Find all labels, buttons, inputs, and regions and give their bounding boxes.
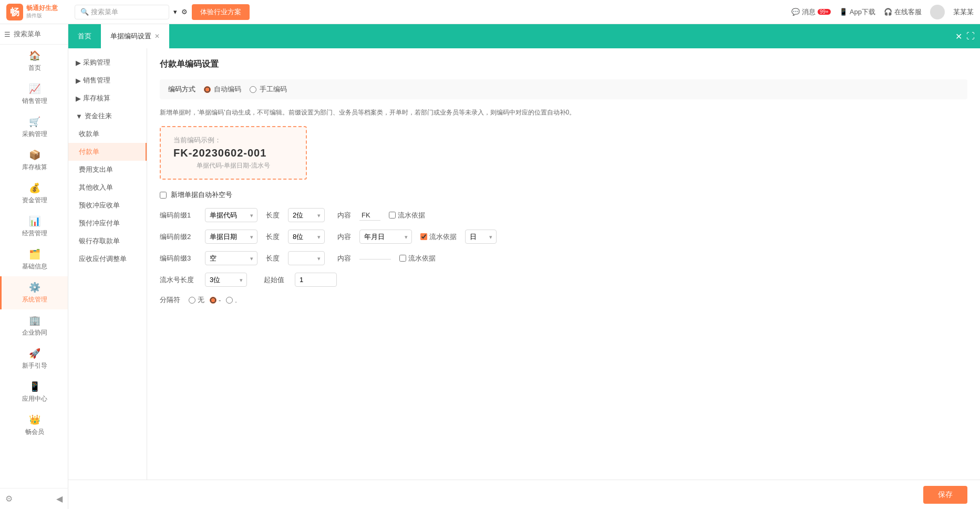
prefix2-content-wrap: 年 年月 年月日 bbox=[359, 230, 412, 244]
subnav-sales-title[interactable]: ▶ 销售管理 bbox=[68, 71, 147, 89]
app-download-btn[interactable]: 📱 App下载 bbox=[839, 7, 875, 17]
service-btn[interactable]: 🎧 在线客服 bbox=[884, 7, 922, 17]
subnav-capital-title[interactable]: ▼ 资金往来 bbox=[68, 107, 147, 125]
avatar[interactable] bbox=[930, 5, 945, 19]
prefix2-len-label: 长度 bbox=[266, 232, 280, 242]
subnav-item-payment[interactable]: 付款单 bbox=[68, 143, 147, 161]
subnav-item-pre-pay[interactable]: 预付冲应付单 bbox=[68, 214, 147, 232]
sidebar-item-member[interactable]: 👑 畅会员 bbox=[0, 409, 68, 442]
manual-radio-label[interactable]: 手工编码 bbox=[260, 85, 287, 94]
sep-none-input[interactable] bbox=[189, 297, 195, 304]
start-value-input[interactable] bbox=[295, 273, 337, 287]
sidebar-apps-label: 应用中心 bbox=[22, 394, 47, 403]
chevron-down-icon[interactable]: ▾ bbox=[173, 8, 177, 16]
sidebar-item-guide[interactable]: 🚀 新手引导 bbox=[0, 342, 68, 376]
prefix2-select[interactable]: 单据代码 单据日期 部门 空 bbox=[205, 230, 257, 244]
prefix1-select[interactable]: 单据代码 部门 业务员 空 bbox=[205, 208, 257, 222]
sidebar-item-operations[interactable]: 📊 经营管理 bbox=[0, 210, 68, 243]
user-name[interactable]: 某某某 bbox=[953, 7, 974, 17]
subnav-item-receipt[interactable]: 收款单 bbox=[68, 125, 147, 143]
auto-radio-label[interactable]: 自动编码 bbox=[214, 85, 241, 94]
sidebar-item-inventory[interactable]: 📦 库存核算 bbox=[0, 144, 68, 177]
subnav-group-purchase: ▶ 采购管理 bbox=[68, 54, 147, 71]
sidebar-item-sales[interactable]: 📈 销售管理 bbox=[0, 78, 68, 111]
subnav-inventory-label: 库存核算 bbox=[83, 94, 110, 103]
sep-none-label: 无 bbox=[198, 295, 204, 305]
prefix3-len-select[interactable] bbox=[288, 251, 325, 265]
message-btn[interactable]: 💬 消息 99+ bbox=[791, 7, 831, 17]
sidebar-item-system[interactable]: ⚙️ 系统管理 bbox=[0, 276, 68, 309]
subnav-item-adjust[interactable]: 应收应付调整单 bbox=[68, 250, 147, 268]
tab-home[interactable]: 首页 bbox=[68, 24, 101, 48]
message-icon: 💬 bbox=[791, 8, 800, 16]
sidebar-collapse-icon[interactable]: ◀ bbox=[56, 494, 63, 504]
prefix2-period-select[interactable]: 日 月 年 bbox=[465, 230, 497, 244]
prefix1-label: 编码前缀1 bbox=[160, 211, 197, 220]
sidebar-search[interactable]: ☰ 搜索菜单 bbox=[0, 24, 68, 45]
tab-close-icon[interactable]: ✕ bbox=[154, 33, 160, 40]
expand-icon[interactable]: ⛶ bbox=[966, 32, 975, 41]
topbar: 畅 畅通好生意 插件版 🔍 搜索菜单 ▾ ⚙ 体验行业方案 💬 消息 99+ 📱… bbox=[0, 0, 980, 24]
search-placeholder: 搜索菜单 bbox=[91, 7, 118, 17]
auto-fill-checkbox[interactable] bbox=[160, 192, 167, 199]
settings-icon[interactable]: ⚙ bbox=[181, 8, 188, 16]
tab-encoding[interactable]: 单据编码设置 ✕ bbox=[101, 24, 169, 48]
notice-text: 新增单据时，'单据编码'自动生成，不可编辑。前缀设置为部门、业务员等档案类，开单… bbox=[160, 108, 967, 118]
separator-radio-group: 无 - . bbox=[189, 295, 237, 305]
prefix2-content-select[interactable]: 年 年月 年月日 bbox=[359, 230, 412, 244]
subnav-purchase-title[interactable]: ▶ 采购管理 bbox=[68, 54, 147, 71]
prefix1-content-label: 内容 bbox=[337, 211, 351, 220]
sidebar-item-home[interactable]: 🏠 首页 bbox=[0, 45, 68, 78]
search-box[interactable]: 🔍 搜索菜单 bbox=[75, 5, 169, 19]
collapse-icon[interactable]: ✕ bbox=[955, 32, 962, 41]
sidebar-item-apps[interactable]: 📱 应用中心 bbox=[0, 376, 68, 409]
app-label: App下载 bbox=[850, 7, 875, 17]
start-label: 起始值 bbox=[264, 275, 284, 285]
sep-dash-radio: - bbox=[210, 296, 221, 304]
industry-btn[interactable]: 体验行业方案 bbox=[192, 4, 250, 20]
sidebar-settings-icon[interactable]: ⚙ bbox=[5, 494, 13, 504]
member-icon: 👑 bbox=[29, 414, 40, 425]
prefix3-content-label: 内容 bbox=[337, 254, 351, 263]
prefix3-content-value bbox=[359, 257, 391, 259]
home-icon: 🏠 bbox=[29, 50, 40, 61]
topbar-right: 💬 消息 99+ 📱 App下载 🎧 在线客服 某某某 bbox=[791, 5, 974, 19]
prefix3-select[interactable]: 空 单据代码 部门 业务员 bbox=[205, 251, 257, 265]
prefix1-content-value: FK bbox=[359, 210, 380, 221]
sidebar-item-finance[interactable]: 💰 资金管理 bbox=[0, 177, 68, 210]
encoding-method-label: 编码方式 bbox=[168, 85, 195, 94]
subnav-item-bank[interactable]: 银行存取款单 bbox=[68, 232, 147, 250]
subnav-item-pre-receive[interactable]: 预收冲应收单 bbox=[68, 196, 147, 214]
arrow-right-icon: ▶ bbox=[76, 59, 81, 67]
prefix2-serial-checkbox[interactable] bbox=[420, 233, 427, 240]
sidebar-item-basic[interactable]: 🗂️ 基础信息 bbox=[0, 243, 68, 276]
sep-dash-input[interactable] bbox=[210, 297, 216, 304]
sidebar-nav: 🏠 首页 📈 销售管理 🛒 采购管理 📦 库存核算 💰 资金管理 📊 经营管理 … bbox=[0, 45, 68, 488]
subnav-item-expense[interactable]: 费用支出单 bbox=[68, 161, 147, 179]
serial-len-select[interactable]: 1位 2位 3位 4位 5位 bbox=[205, 273, 247, 287]
subnav: ▶ 采购管理 ▶ 销售管理 ▶ 库存核算 ▼ 资金往来 收款单 付款单 费用支出… bbox=[68, 48, 147, 509]
sidebar-item-enterprise[interactable]: 🏢 企业协同 bbox=[0, 309, 68, 342]
manual-radio[interactable] bbox=[250, 86, 256, 93]
auto-radio[interactable] bbox=[204, 86, 211, 93]
sidebar-item-purchase[interactable]: 🛒 采购管理 bbox=[0, 111, 68, 144]
auto-fill-label[interactable]: 新增单据自动补空号 bbox=[171, 190, 232, 200]
sidebar-member-label: 畅会员 bbox=[25, 428, 44, 437]
logo-sub: 插件版 bbox=[26, 12, 58, 19]
subnav-item-other-income[interactable]: 其他收入单 bbox=[68, 179, 147, 196]
sales-icon: 📈 bbox=[29, 83, 40, 95]
prefix2-len-select[interactable]: 4位 6位 8位 bbox=[288, 230, 325, 244]
subnav-inventory-title[interactable]: ▶ 库存核算 bbox=[68, 89, 147, 107]
preview-desc: 单据代码-单据日期-流水号 bbox=[173, 161, 293, 170]
prefix-row-1: 编码前缀1 单据代码 部门 业务员 空 长度 1位 2位 3位 4位 内容 bbox=[160, 208, 967, 222]
prefix1-len-select[interactable]: 1位 2位 3位 4位 bbox=[288, 208, 325, 222]
prefix1-serial-checkbox[interactable] bbox=[389, 212, 396, 219]
preview-code: FK-20230602-001 bbox=[173, 147, 293, 159]
prefix3-serial-checkbox[interactable] bbox=[399, 255, 406, 262]
sep-dot-input[interactable] bbox=[226, 297, 233, 304]
save-button[interactable]: 保存 bbox=[923, 486, 967, 504]
sidebar-search-label: 搜索菜单 bbox=[14, 29, 41, 39]
sep-none-radio: 无 bbox=[189, 295, 204, 305]
manual-radio-group: 手工编码 bbox=[250, 85, 287, 94]
prefix2-select-wrap: 单据代码 单据日期 部门 空 bbox=[205, 230, 257, 244]
